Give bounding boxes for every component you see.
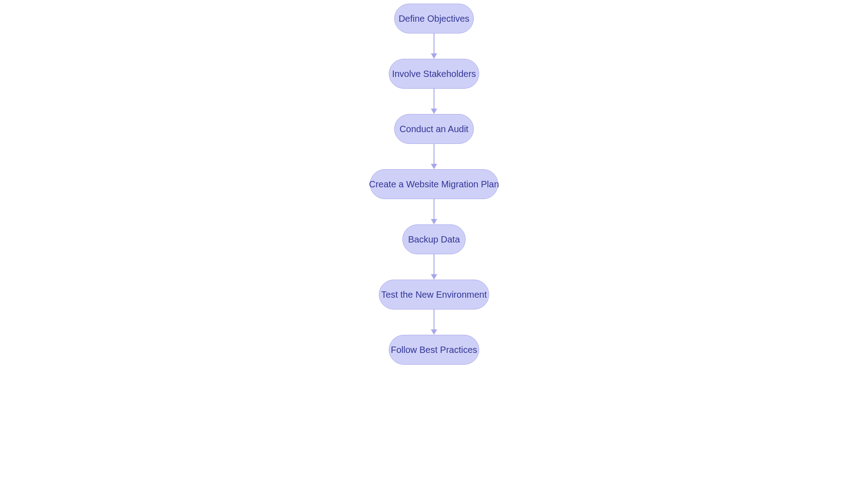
flow-node-label: Create a Website Migration Plan xyxy=(369,179,499,190)
flow-node-label: Test the New Environment xyxy=(381,290,486,300)
arrow-line xyxy=(434,254,434,274)
flowchart-container: Define Objectives Involve Stakeholders C… xyxy=(370,4,498,365)
flow-arrow xyxy=(431,89,437,114)
flow-node-label: Conduct an Audit xyxy=(400,124,468,134)
arrow-down-icon xyxy=(431,274,437,280)
arrow-line xyxy=(434,199,434,219)
arrow-down-icon xyxy=(431,109,437,114)
arrow-down-icon xyxy=(431,164,437,169)
flow-arrow xyxy=(431,254,437,280)
arrow-line xyxy=(434,309,434,329)
flow-node-define-objectives: Define Objectives xyxy=(394,4,474,33)
arrow-down-icon xyxy=(431,329,437,335)
arrow-down-icon xyxy=(431,53,437,59)
arrow-down-icon xyxy=(431,219,437,224)
flow-node-test-environment: Test the New Environment xyxy=(379,280,489,309)
flow-node-involve-stakeholders: Involve Stakeholders xyxy=(389,59,479,89)
flow-node-conduct-audit: Conduct an Audit xyxy=(394,114,474,144)
flow-node-backup-data: Backup Data xyxy=(402,224,466,254)
flow-arrow xyxy=(431,144,437,169)
arrow-line xyxy=(434,144,434,164)
flow-node-label: Follow Best Practices xyxy=(391,345,477,355)
flow-arrow xyxy=(431,199,437,224)
flow-node-follow-best-practices: Follow Best Practices xyxy=(389,335,479,365)
arrow-line xyxy=(434,89,434,109)
flow-node-label: Backup Data xyxy=(408,234,460,245)
flow-node-create-migration-plan: Create a Website Migration Plan xyxy=(370,169,498,199)
flow-node-label: Involve Stakeholders xyxy=(392,69,476,79)
flow-arrow xyxy=(431,33,437,59)
flow-node-label: Define Objectives xyxy=(399,14,470,24)
arrow-line xyxy=(434,33,434,53)
flow-arrow xyxy=(431,309,437,335)
